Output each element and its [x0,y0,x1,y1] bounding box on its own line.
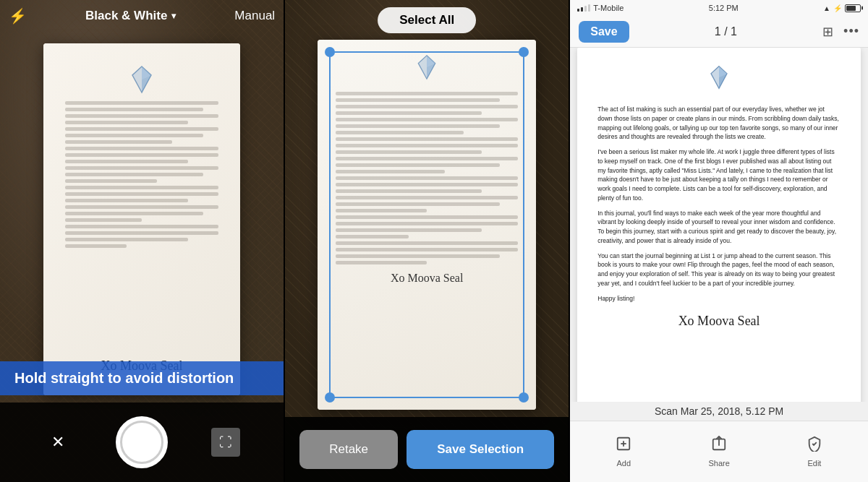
corner-handle-br[interactable] [519,392,529,403]
close-button[interactable]: ✕ [43,428,72,457]
document-inner: Xo Moova Seal [43,43,240,395]
corner-handle-bl[interactable] [325,392,335,403]
doc-paragraph-3: In this journal, you'll find ways to mak… [597,209,841,246]
chevron-down-icon: ▾ [171,11,176,21]
scan-timestamp: Scan Mar 25, 2018, 5.12 PM [570,402,868,421]
document-signature-3: Xo Moova Seal [597,311,841,331]
doc-paragraph-1: The act of list making is such an essent… [597,105,841,142]
manual-mode-label[interactable]: Manual [234,9,275,23]
close-icon: ✕ [51,433,64,452]
corner-handle-tl[interactable] [325,47,335,57]
document-selection-preview: Xo Moova Seal [318,40,536,410]
carrier-label: T-Mobile [593,4,624,12]
hold-banner: Hold straight to avoid distortion [0,361,284,395]
selection-border [329,51,524,398]
edit-icon [807,436,822,456]
document-content: The act of list making is such an essent… [577,48,861,348]
gallery-icon: ⛶ [219,435,232,450]
selection-bottom-controls: Retake Save Selection [285,417,569,482]
mode-label: Black & White [85,9,167,23]
doc-paragraph-5: Happy listing! [597,294,841,304]
share-label: Share [708,459,729,468]
lightning-icon[interactable]: ⚡ [9,7,27,25]
share-button[interactable]: Share [708,436,729,468]
camera-bottom-controls: ✕ ⛶ [0,403,284,482]
page-indicator: 1 / 1 [715,25,737,38]
clock: 5:12 PM [709,4,739,12]
save-button[interactable]: Save [579,21,629,43]
crystal-icon [131,65,153,94]
document-preview: Xo Moova Seal [43,43,240,395]
more-options-icon[interactable]: ••• [843,24,859,39]
review-topbar: Save 1 / 1 ⊞ ••• [570,16,868,48]
retake-button[interactable]: Retake [299,430,398,469]
shutter-button[interactable] [116,416,168,468]
add-icon [616,436,631,456]
topbar-right-controls: ⊞ ••• [822,24,859,40]
grid-view-icon[interactable]: ⊞ [822,24,833,40]
add-button[interactable]: Add [616,436,631,468]
scanned-document: The act of list making is such an essent… [577,48,861,417]
wifi-icon: ▲ [823,4,830,12]
doc-paragraph-2: I've been a serious list maker my whole … [597,147,841,203]
add-label: Add [617,459,631,468]
battery-fill [846,6,856,11]
share-icon [711,436,727,456]
camera-topbar: ⚡ Black & White ▾ Manual [0,0,284,32]
status-bar: T-Mobile 5:12 PM ▲ ⚡ [570,0,868,16]
signal-bar-3 [584,6,587,12]
save-selection-button[interactable]: Save Selection [407,430,554,469]
battery-icon [845,4,861,12]
selection-panel: Select All [285,0,569,482]
select-all-button[interactable]: Select All [378,7,476,33]
corner-handle-tr[interactable] [519,47,529,57]
review-toolbar: Add Share Edit [570,421,868,482]
signal-bar-2 [581,7,583,12]
review-panel: T-Mobile 5:12 PM ▲ ⚡ Save 1 / 1 ⊞ ••• [570,0,868,482]
signal-icon [577,4,590,12]
document-text [65,101,218,352]
edit-button[interactable]: Edit [807,436,822,468]
camera-panel: ⚡ Black & White ▾ Manual [0,0,284,482]
selection-overlay [318,40,536,410]
hold-banner-text: Hold straight to avoid distortion [14,370,269,387]
status-left: T-Mobile [577,4,624,12]
bluetooth-icon: ⚡ [833,4,842,12]
crystal-icon-3 [597,65,841,96]
shutter-inner [120,421,163,464]
status-right: ▲ ⚡ [823,4,861,12]
edit-label: Edit [807,459,821,468]
signal-bar-1 [577,9,579,12]
doc-paragraph-4: You can start the journal beginning at L… [597,251,841,288]
gallery-button[interactable]: ⛶ [211,428,240,457]
mode-selector[interactable]: Black & White ▾ [85,9,176,23]
signal-bar-4 [588,4,590,12]
